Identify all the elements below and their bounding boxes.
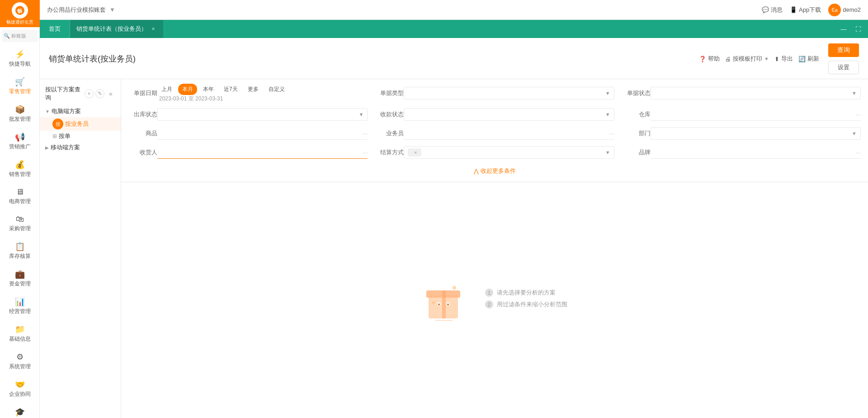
sidebar-item-finance[interactable]: 💼 资金管理 [0,265,39,292]
receiver-text-input[interactable] [157,149,363,156]
product-input[interactable]: ··· [157,127,368,140]
receiver-filter-row: 收货人 ··· [128,145,368,160]
department-select[interactable]: ▼ [651,127,861,140]
basic-icon: 📁 [15,324,25,334]
side-panel-edit-button[interactable]: ✎ [95,89,104,98]
date-range-display: 2023-03-01 至 2023-03-31 [159,95,368,103]
salesperson-input[interactable]: ··· [404,127,614,140]
salesperson-text-input[interactable] [404,130,609,137]
order-type-arrow-icon: ▼ [605,90,610,96]
scheme-by-order[interactable]: ⊞ 按单 [40,131,121,142]
tab-actions: — ⛶ [837,23,868,35]
receiver-dots-icon[interactable]: ··· [363,149,368,156]
user-profile[interactable]: Ea demo2 [828,4,861,16]
receipt-status-select[interactable]: ▼ [404,108,614,121]
side-panel-collapse-button[interactable]: « [106,89,115,98]
print-icon: 🖨 [725,56,731,62]
date-btn-this-year[interactable]: 本年 [199,84,218,95]
order-status-select[interactable]: ▼ [651,87,861,100]
sidebar-item-newuser[interactable]: 🎓 新手引导 [0,403,39,418]
workspace-label: 办公用品行业模拟账套 [47,6,106,14]
sidebar-item-system[interactable]: ⚙ 系统管理 [0,347,39,375]
sidebar-item-ecommerce[interactable]: 🖥 电商管理 [0,183,39,210]
brand-logo[interactable]: 畅 畅捷通好生意 [0,0,40,27]
tab-sales-stats[interactable]: 销货单统计表（按业务员） × [70,20,163,38]
order-type-select[interactable]: ▼ [404,87,614,100]
app-download-button[interactable]: 📱 App下载 [790,6,821,14]
sidebar-item-quick-nav[interactable]: ⚡ 快捷导航 [0,45,39,72]
date-btn-more[interactable]: 更多 [244,84,263,95]
date-buttons-group: 上月 本月 本年 近7天 更多 自定义 [157,84,368,95]
help-button[interactable]: ❓ 帮助 [699,55,720,63]
warehouse-text-input[interactable] [651,111,856,118]
order-type-label: 单据类型 [375,89,404,97]
message-icon: 💬 [762,6,769,13]
brand-dots-icon[interactable]: ··· [855,149,861,156]
tab-maximize-button[interactable]: ⛶ [852,23,864,35]
date-btn-custom[interactable]: 自定义 [264,84,289,95]
tab-minimize-button[interactable]: — [837,23,850,35]
date-btn-last-month[interactable]: 上月 [157,84,176,95]
expand-arrow-icon: ▼ [45,109,50,114]
sales-icon: 💰 [15,160,25,170]
message-button[interactable]: 💬 消息 [762,6,783,14]
scheme-by-salesperson[interactable]: 按 按业务员 [40,117,121,131]
filter-grid-4: 收货人 ··· 结算方式 × [128,145,861,160]
brand-input[interactable]: ··· [651,146,861,159]
filter-section: 单据日期 上月 本月 本年 近7天 更多 自定义 20 [121,79,868,181]
content-area: 销货单统计表(按业务员) ❓ 帮助 🖨 按模板打印 ▼ ⬆ 导出 🔄 刷新 [40,38,868,418]
out-status-filter-row: 出库状态 ▼ [128,107,368,122]
salesperson-label: 业务员 [375,129,404,138]
workspace-dropdown-icon[interactable]: ▼ [109,6,115,13]
settle-tag: × [408,148,421,157]
tab-close-button[interactable]: × [150,25,157,33]
sidebar-item-enterprise[interactable]: 🤝 企业协同 [0,375,39,403]
brand-text-input[interactable] [651,149,856,156]
sidebar-item-operation[interactable]: 📊 经营管理 [0,292,39,320]
warehouse-dots-icon[interactable]: ··· [855,111,861,118]
sidebar: 畅 畅捷通好生意 🔍 标账版 ⚡ 快捷导航 🛒 零售管理 📦 批发管理 📢 营销… [0,0,40,418]
topbar-right-actions: 💬 消息 📱 App下载 Ea demo2 [762,4,861,16]
sidebar-item-purchase[interactable]: 🛍 采购管理 [0,210,39,237]
sidebar-item-marketing[interactable]: 📢 营销推广 [0,128,39,155]
main-area: 办公用品行业模拟账套 ▼ 💬 消息 📱 App下载 Ea demo2 首页 [40,0,868,418]
mobile-schemes-header[interactable]: ▶ 移动端方案 [40,142,121,153]
template-print-button[interactable]: 🖨 按模板打印 ▼ [725,55,769,63]
topbar: 办公用品行业模拟账套 ▼ 💬 消息 📱 App下载 Ea demo2 [40,0,868,20]
sidebar-item-inventory[interactable]: 📋 库存核算 [0,237,39,265]
desktop-schemes-header[interactable]: ▼ 电脑端方案 [40,105,121,117]
side-panel-add-button[interactable]: + [85,89,94,98]
settle-tag-close-button[interactable]: × [412,149,419,156]
brand-label: 品牌 [622,148,651,157]
scheme-icon: 按 [52,119,63,129]
tab-home[interactable]: 首页 [40,20,70,38]
query-button[interactable]: 查询 [828,43,859,57]
date-btn-this-month[interactable]: 本月 [178,84,197,95]
product-text-input[interactable] [157,130,363,137]
filter-grid-2: 出库状态 ▼ 收款状态 ▼ [128,107,861,122]
search-menu[interactable]: 🔍 标账版 [2,30,38,42]
salesperson-filter-row: 业务员 ··· [375,126,614,141]
side-panel-header: 按以下方案查询 + ✎ « [40,84,121,105]
enterprise-icon: 🤝 [15,380,25,390]
sidebar-item-wholesale[interactable]: 📦 批发管理 [0,100,39,128]
setting-button[interactable]: 设置 [828,61,859,74]
empty-tips: 1 请先选择要分析的方案 2 用过滤条件来缩小分析范围 [485,289,567,312]
minimize-icon: — [841,26,847,33]
date-btn-7days[interactable]: 近7天 [220,84,242,95]
export-button[interactable]: ⬆ 导出 [774,55,793,63]
collapse-button[interactable]: ⋀ 收起更多条件 [468,165,521,177]
salesperson-dots-icon[interactable]: ··· [609,130,614,137]
sidebar-item-sales[interactable]: 💰 销售管理 [0,155,39,183]
receiver-input[interactable]: ··· [157,146,368,159]
print-dropdown-icon[interactable]: ▼ [764,56,769,62]
product-dots-icon[interactable]: ··· [363,130,368,137]
refresh-button[interactable]: 🔄 刷新 [798,55,819,63]
warehouse-input[interactable]: ··· [651,108,861,121]
sidebar-item-retail[interactable]: 🛒 零售管理 [0,72,39,100]
page-actions: ❓ 帮助 🖨 按模板打印 ▼ ⬆ 导出 🔄 刷新 查询 [699,43,859,74]
settle-method-select[interactable]: × ▼ [404,146,614,159]
tabbar: 首页 销货单统计表（按业务员） × — ⛶ [40,20,868,38]
out-status-select[interactable]: ▼ [157,108,368,121]
sidebar-item-basic[interactable]: 📁 基础信息 [0,320,39,347]
